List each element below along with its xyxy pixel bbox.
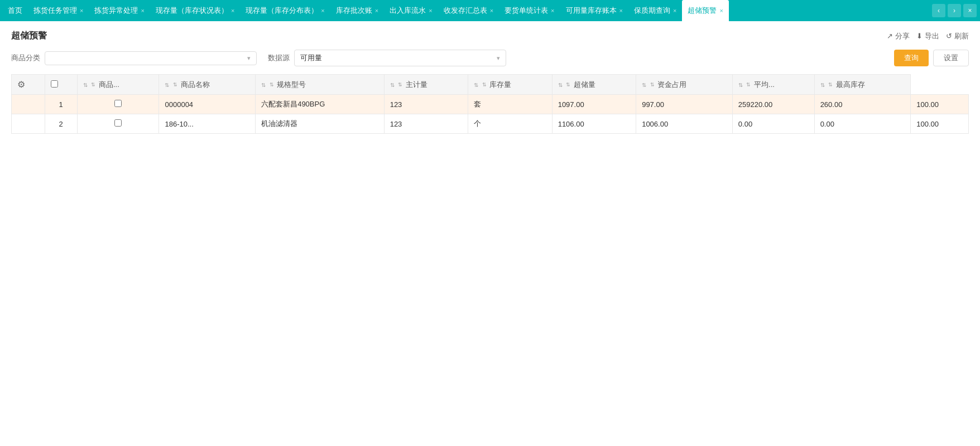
nav-item-5[interactable]: 库存批次账× — [330, 0, 384, 21]
row-num-0: 1 — [45, 95, 77, 114]
nav-item-close-2[interactable]: × — [141, 7, 144, 14]
export-icon: ⬇ — [916, 32, 923, 40]
page-title: 超储预警 — [11, 30, 47, 42]
nav-item-close-7[interactable]: × — [490, 7, 493, 14]
row-avg-1: 0.00 — [814, 114, 911, 134]
nav-item-close-1[interactable]: × — [80, 7, 83, 14]
nav-item-label-9: 可用量库存账本 — [566, 6, 617, 16]
nav-item-11[interactable]: 超储预警× — [682, 0, 728, 21]
datasource-select[interactable]: 可用量 ▾ — [294, 50, 506, 66]
nav-close-button[interactable]: × — [963, 4, 977, 17]
nav-item-7[interactable]: 收发存汇总表× — [438, 0, 499, 21]
nav-item-6[interactable]: 出入库流水× — [384, 0, 438, 21]
filter-actions: 查询 设置 — [894, 50, 969, 66]
row-spec-0: 123 — [384, 95, 468, 114]
nav-item-4[interactable]: 现存量（库存分布表）× — [240, 0, 330, 21]
row-unit-0: 套 — [468, 95, 553, 114]
th-name[interactable]: ⇅ 商品名称 — [159, 75, 256, 95]
row-capital-0: 259220.00 — [732, 95, 814, 114]
nav-item-close-4[interactable]: × — [321, 7, 324, 14]
row-name-1: 机油滤清器 — [256, 114, 385, 134]
nav-item-label-1: 拣货任务管理 — [33, 6, 77, 16]
row-checkbox-0[interactable] — [114, 100, 122, 107]
th-avg[interactable]: ⇅ 平均... — [732, 75, 814, 95]
th-code[interactable]: ⇅ 商品... — [77, 75, 159, 95]
row-capital-1: 0.00 — [732, 114, 814, 134]
row-checkbox-cell-1 — [77, 114, 159, 134]
sort-unit-icon: ⇅ — [398, 82, 402, 88]
nav-item-1[interactable]: 拣货任务管理× — [28, 0, 89, 21]
row-stock-0: 1097.00 — [552, 95, 636, 114]
nav-item-label-7: 收发存汇总表 — [444, 6, 487, 16]
sort-capital-icon: ⇅ — [650, 82, 655, 88]
sort-maxstock-icon: ⇅ — [828, 82, 833, 88]
nav-item-close-5[interactable]: × — [375, 7, 378, 14]
th-checkbox — [45, 75, 77, 95]
nav-prev-button[interactable]: ‹ — [932, 4, 945, 17]
row-code-1: 186-10... — [159, 114, 256, 134]
row-code-0: 0000004 — [159, 95, 256, 114]
row-overstock-1: 1006.00 — [636, 114, 733, 134]
th-stock[interactable]: ⇅ 库存量 — [468, 75, 553, 95]
row-settings-cell-0 — [12, 95, 45, 114]
nav-item-label-3: 现存量（库存状况表） — [156, 6, 228, 16]
row-checkbox-1[interactable] — [114, 119, 122, 127]
row-avg-0: 260.00 — [814, 95, 911, 114]
datasource-filter: 数据源 可用量 ▾ — [268, 50, 506, 66]
nav-item-0[interactable]: 首页 — [2, 0, 28, 21]
nav-item-label-6: 出入库流水 — [390, 6, 426, 16]
export-button[interactable]: ⬇ 导出 — [916, 31, 939, 41]
row-num-1: 2 — [45, 114, 77, 134]
share-button[interactable]: ↗ 分享 — [887, 31, 910, 41]
nav-item-label-4: 现存量（库存分布表） — [246, 6, 318, 16]
table-row: 2186-10...机油滤清器123个1106.001006.000.000.0… — [12, 114, 969, 134]
table-container: ⚙ ⇅ 商品... ⇅ 商品名称 ⇅ 规格型号 — [11, 74, 969, 134]
row-maxstock-1: 100.00 — [911, 114, 969, 134]
nav-item-2[interactable]: 拣货异常处理× — [89, 0, 150, 21]
th-unit[interactable]: ⇅ 主计量 — [384, 75, 468, 95]
nav-item-close-9[interactable]: × — [619, 7, 623, 14]
header-actions: ↗ 分享 ⬇ 导出 ↺ 刷新 — [887, 31, 969, 41]
sort-overstock-icon: ⇅ — [566, 82, 570, 88]
th-overstock[interactable]: ⇅ 超储量 — [552, 75, 636, 95]
settings-button[interactable]: 设置 — [933, 50, 969, 66]
page-container: 超储预警 ↗ 分享 ⬇ 导出 ↺ 刷新 商品分类 ▾ 数据源 — [0, 21, 980, 143]
nav-next-button[interactable]: › — [948, 4, 961, 17]
nav-item-label-10: 保质期查询 — [634, 6, 670, 16]
row-maxstock-0: 100.00 — [911, 95, 969, 114]
nav-item-close-10[interactable]: × — [673, 7, 676, 14]
nav-item-label-0: 首页 — [8, 6, 22, 16]
nav-item-9[interactable]: 可用量库存账本× — [560, 0, 628, 21]
th-settings: ⚙ — [12, 75, 45, 95]
select-all-checkbox[interactable] — [51, 80, 58, 88]
refresh-icon: ↺ — [946, 32, 952, 40]
nav-item-label-5: 库存批次账 — [336, 6, 372, 16]
sort-spec-icon: ⇅ — [270, 82, 274, 88]
nav-item-close-11[interactable]: × — [719, 7, 723, 14]
th-maxstock[interactable]: ⇅ 最高库存 — [814, 75, 911, 95]
th-capital[interactable]: ⇅ 资金占用 — [636, 75, 733, 95]
table-row: 10000004六配套新昌490BPG123套1097.00997.002592… — [12, 95, 969, 114]
row-name-0: 六配套新昌490BPG — [256, 95, 385, 114]
datasource-label: 数据源 — [268, 53, 290, 63]
share-icon: ↗ — [887, 32, 893, 40]
nav-item-10[interactable]: 保质期查询× — [628, 0, 682, 21]
page-header: 超储预警 ↗ 分享 ⬇ 导出 ↺ 刷新 — [11, 30, 969, 42]
row-stock-1: 1106.00 — [552, 114, 636, 134]
nav-item-close-8[interactable]: × — [551, 7, 554, 14]
sort-name-icon: ⇅ — [173, 82, 177, 88]
th-spec[interactable]: ⇅ 规格型号 — [256, 75, 385, 95]
datasource-value: 可用量 — [300, 53, 322, 63]
refresh-button[interactable]: ↺ 刷新 — [946, 31, 969, 41]
row-spec-1: 123 — [384, 114, 468, 134]
nav-item-close-6[interactable]: × — [429, 7, 432, 14]
nav-item-close-3[interactable]: × — [231, 7, 234, 14]
filter-bar: 商品分类 ▾ 数据源 可用量 ▾ 查询 设置 — [11, 50, 969, 66]
query-button[interactable]: 查询 — [894, 50, 929, 66]
column-settings-button[interactable]: ⚙ — [17, 79, 25, 90]
row-unit-1: 个 — [468, 114, 553, 134]
nav-item-3[interactable]: 现存量（库存状况表）× — [150, 0, 240, 21]
nav-item-8[interactable]: 要货单统计表× — [499, 0, 560, 21]
nav-item-label-11: 超储预警 — [688, 6, 717, 16]
category-select[interactable]: ▾ — [45, 51, 257, 65]
